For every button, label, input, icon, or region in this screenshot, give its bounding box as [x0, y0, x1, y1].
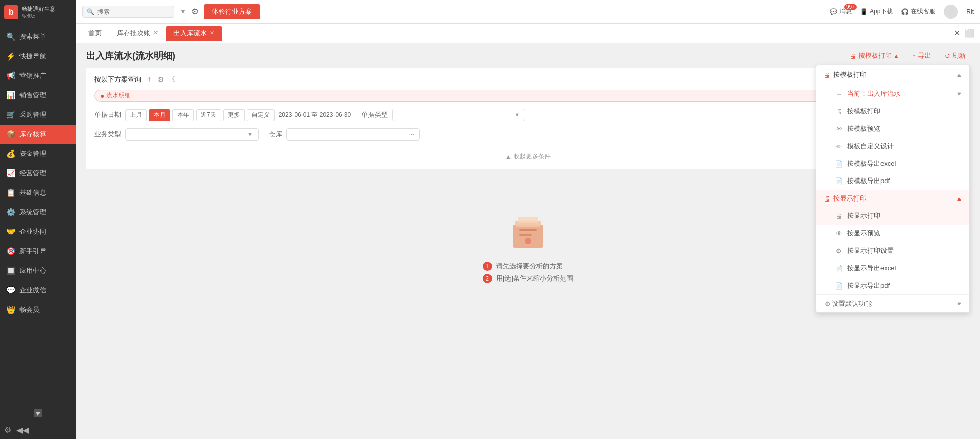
display-section-icon: 🖨 — [824, 195, 830, 203]
dropdown-template-design[interactable]: ✏ 模板自定义设计 — [816, 137, 969, 155]
tab-flow[interactable]: 出入库流水 ✕ — [166, 26, 222, 41]
refresh-btn[interactable]: ↺ 刷新 — [940, 49, 970, 63]
sidebar-nav: 🔍 搜索菜单 ⚡ 快捷导航 📢 营销推广 📊 销售管理 🛒 采购管理 📦 — [0, 25, 76, 406]
filter-add-icon[interactable]: ＋ — [145, 74, 153, 85]
dropdown-display-print[interactable]: 🖨 按显示打印 — [816, 207, 969, 225]
display-settings-icon: ⚙ — [835, 247, 843, 255]
service-icon: 🎧 — [901, 8, 909, 15]
tabbar: 首页 库存批次账 ✕ 出入库流水 ✕ ✕ ⬜ — [76, 24, 980, 43]
page-actions: 🖨 按模板打印 ▲ ↑ 导出 ↺ 刷新 — [846, 49, 970, 63]
template-excel-label: 按模板导出excel — [847, 159, 896, 168]
dropdown-display-pdf[interactable]: 📄 按显示导出pdf — [816, 277, 969, 294]
dropdown-display-excel[interactable]: 📄 按显示导出excel — [816, 260, 969, 277]
sidebar-item-marketing[interactable]: 📢 营销推广 — [0, 66, 76, 86]
tab-batch[interactable]: 库存批次账 ✕ — [110, 26, 165, 41]
sidebar-item-shortcut[interactable]: ⚡ 快捷导航 — [0, 47, 76, 66]
topbar-msg[interactable]: 💬 消息 99+ — [830, 7, 852, 16]
footer-settings-icon: ⚙ — [824, 300, 832, 308]
search-input[interactable] — [97, 8, 159, 15]
tab-batch-label: 库存批次账 — [117, 29, 150, 38]
marketing-icon: 📢 — [6, 71, 15, 81]
shortcut-icon: ⚡ — [6, 52, 15, 61]
service-label: 在线客服 — [911, 7, 935, 16]
biz-select[interactable]: ▼ — [125, 128, 259, 141]
sidebar-item-apps[interactable]: 🔲 应用中心 — [0, 261, 76, 281]
user-avatar[interactable] — [944, 5, 958, 19]
dropdown-display-preview[interactable]: 👁 按显示预览 — [816, 225, 969, 242]
sidebar-item-basic[interactable]: 📋 基础信息 — [0, 183, 76, 203]
dropdown-chevron-up-icon[interactable]: ▲ — [956, 72, 962, 78]
wechat-icon: 💬 — [6, 286, 15, 295]
settings-icon[interactable]: ⚙ — [4, 425, 11, 435]
empty-step-1: 1 请先选择要分析的方案 — [483, 262, 573, 271]
sidebar-item-label: 营销推广 — [19, 71, 46, 81]
date-btn-more[interactable]: 更多 — [223, 109, 245, 121]
template-excel-icon: 📄 — [835, 159, 843, 168]
template-preview-label: 按模板预览 — [847, 124, 880, 133]
display-print-icon: 🖨 — [835, 212, 843, 220]
finance-icon: 💰 — [6, 149, 15, 158]
tab-batch-close[interactable]: ✕ — [153, 30, 158, 36]
dropdown-template-pdf[interactable]: 📄 按模板导出pdf — [816, 172, 969, 190]
sidebar-scroll-down[interactable]: ▼ — [0, 406, 76, 421]
step-1-label: 请先选择要分析的方案 — [496, 262, 563, 271]
dropdown-template-print[interactable]: 🖨 按模板打印 — [816, 103, 969, 120]
template-design-label: 模板自定义设计 — [847, 142, 894, 151]
template-pdf-label: 按模板导出pdf — [847, 176, 890, 186]
sidebar-header: b 畅捷通好生意 标准版 — [0, 0, 76, 25]
dropdown-current-item[interactable]: → 当前：出入库流水 ▼ — [816, 85, 969, 103]
refresh-label: 刷新 — [952, 51, 966, 61]
app-icon: 📱 — [860, 8, 868, 15]
template-print-icon: 🖨 — [835, 107, 843, 115]
date-btn-this-month[interactable]: 本月 — [149, 109, 170, 121]
type-select[interactable]: ▼ — [392, 109, 525, 121]
print-label: 按模板打印 — [858, 51, 892, 61]
dropdown-template-preview[interactable]: 👁 按模板预览 — [816, 120, 969, 137]
dropdown-display-section[interactable]: 🖨 按显示打印 ▲ — [816, 190, 969, 207]
empty-step-2: 2 用[选]条件来缩小分析范围 — [483, 274, 573, 283]
template-pdf-icon: 📄 — [835, 177, 843, 185]
display-excel-icon: 📄 — [835, 264, 843, 272]
filter-settings-icon[interactable]: ⚙ — [158, 75, 164, 84]
topbar-app[interactable]: 📱 App下载 — [860, 7, 893, 16]
print-dropdown-panel: 🖨 按模板打印 ▲ → 当前：出入库流水 ▼ 🖨 按模板打 — [816, 65, 970, 313]
dropdown-display-settings[interactable]: ⚙ 按显示打印设置 — [816, 242, 969, 260]
filter-collapse-icon[interactable]: 《 — [168, 75, 175, 84]
topbar-service[interactable]: 🎧 在线客服 — [901, 7, 935, 16]
sidebar-item-corp[interactable]: 🤝 企业协同 — [0, 222, 76, 242]
svg-rect-2 — [518, 217, 538, 223]
print-btn[interactable]: 🖨 按模板打印 ▲ — [846, 49, 904, 63]
sidebar-item-purchase[interactable]: 🛒 采购管理 — [0, 105, 76, 125]
topbar-search-box[interactable]: 🔍 — [82, 6, 174, 18]
topbar-dropdown-icon[interactable]: ▼ — [180, 8, 186, 15]
date-btn-this-year[interactable]: 本年 — [172, 109, 194, 121]
warehouse-select[interactable]: ··· — [286, 128, 420, 141]
sidebar-item-member[interactable]: 👑 畅会员 — [0, 300, 76, 320]
window-maximize-icon[interactable]: ⬜ — [965, 28, 975, 38]
sidebar-item-wechat[interactable]: 💬 企业微信 — [0, 281, 76, 300]
topbar-gear-icon[interactable]: ⚙ — [191, 7, 199, 16]
tab-flow-close[interactable]: ✕ — [210, 30, 214, 36]
sidebar-item-search[interactable]: 🔍 搜索菜单 — [0, 27, 76, 47]
dropdown-footer[interactable]: ⚙ 设置默认功能 ▼ — [816, 294, 969, 312]
basic-icon: 📋 — [6, 188, 15, 197]
trial-btn[interactable]: 体验行业方案 — [204, 4, 260, 19]
export-btn[interactable]: ↑ 导出 — [909, 49, 936, 63]
sidebar-item-guide[interactable]: 🎯 新手引导 — [0, 242, 76, 261]
window-close-icon[interactable]: ✕ — [954, 28, 961, 38]
sidebar-item-inventory[interactable]: 📦 库存核算 — [0, 125, 76, 144]
sidebar-item-system[interactable]: ⚙️ 系统管理 — [0, 203, 76, 222]
collapse-sidebar-icon[interactable]: ◀◀ — [16, 425, 29, 435]
sidebar-item-finance[interactable]: 💰 资金管理 — [0, 144, 76, 164]
date-btn-7days[interactable]: 近7天 — [196, 109, 221, 121]
footer-label: 设置默认功能 — [832, 299, 872, 308]
current-chevron-icon: ▼ — [956, 91, 962, 97]
empty-steps: 1 请先选择要分析的方案 2 用[选]条件来缩小分析范围 — [483, 262, 573, 283]
sidebar-item-sales[interactable]: 📊 销售管理 — [0, 86, 76, 105]
date-btn-custom[interactable]: 自定义 — [247, 109, 275, 121]
username[interactable]: Rit — [966, 8, 974, 15]
date-btn-last-month[interactable]: 上月 — [125, 109, 147, 121]
tab-home[interactable]: 首页 — [81, 26, 109, 41]
dropdown-template-excel[interactable]: 📄 按模板导出excel — [816, 155, 969, 172]
sidebar-item-operation[interactable]: 📈 经营管理 — [0, 164, 76, 183]
